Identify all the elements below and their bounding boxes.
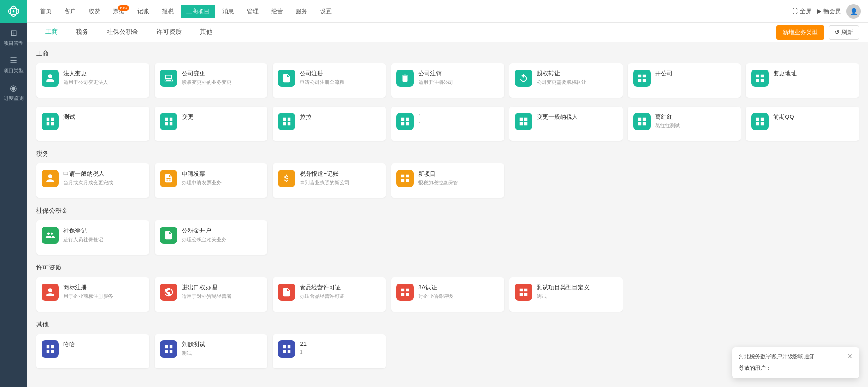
nav-service[interactable]: 服务 (290, 5, 313, 18)
card-tax-report-accounting[interactable]: 税务报道+记账 拿到营业执照的新公司 (273, 163, 386, 198)
card-icon-fund-open (160, 227, 177, 244)
svg-rect-44 (406, 289, 409, 291)
card-change-address[interactable]: 变更地址 (746, 63, 859, 98)
card-3a-cert[interactable]: 3A认证 对企业信誉评级 (391, 277, 504, 312)
card-title: 刘鹏测试 (182, 340, 262, 349)
svg-rect-31 (638, 118, 641, 121)
svg-rect-9 (756, 79, 759, 82)
tab-license[interactable]: 许可资质 (147, 23, 191, 42)
nav-manage[interactable]: 管理 (241, 5, 264, 18)
card-title: 变更一般纳税人 (537, 113, 617, 121)
card-desc: 适用于对外贸易经营者 (182, 293, 262, 300)
card-twenty-one[interactable]: 21 1 (273, 334, 386, 368)
card-change2[interactable]: 变更 (155, 107, 268, 141)
nav-tax[interactable]: 报税 (156, 5, 179, 18)
tab-tax[interactable]: 税务 (67, 23, 98, 42)
nav-message[interactable]: 消息 (217, 5, 240, 18)
card-icon-test-type (515, 284, 532, 301)
tabs-actions: 新增业务类型 ↺ 刷新 (776, 25, 859, 40)
card-title: 1 (418, 113, 499, 120)
card-lala[interactable]: 拉拉 (273, 107, 386, 141)
card-title: 公司注册 (300, 70, 380, 78)
nav-invoice[interactable]: 票据 new (108, 5, 130, 18)
fullscreen-button[interactable]: ⛶ 全屏 (792, 7, 811, 15)
svg-rect-50 (524, 293, 527, 296)
card-icon-legal-change (42, 70, 59, 87)
card-fund-open[interactable]: 公积金开户 办理公积金相关业务 (155, 220, 268, 255)
card-apply-general-tax[interactable]: 申请一般纳税人 当月或次月成变更完成 (36, 163, 149, 198)
card-icon-twenty-one (278, 340, 295, 358)
nav-customer[interactable]: 客户 (59, 5, 81, 18)
member-icon: ▶ (817, 8, 821, 14)
svg-rect-37 (756, 122, 759, 125)
card-title: 新项目 (418, 170, 499, 178)
svg-rect-60 (288, 345, 290, 348)
project-management-icon: ⊞ (10, 28, 17, 38)
user-avatar[interactable]: 👤 (846, 4, 861, 19)
card-test-type[interactable]: 测试项目类型目定义 测试 (509, 277, 623, 312)
nav-settings[interactable]: 设置 (315, 5, 337, 18)
notification-popup: 河北税务数字账户升级影响通知 ✕ 尊敬的用户： (732, 347, 859, 378)
nav-operation[interactable]: 经营 (266, 5, 288, 18)
card-title: 税务报道+记账 (300, 170, 380, 178)
new-type-button[interactable]: 新增业务类型 (776, 25, 824, 40)
svg-rect-24 (406, 118, 409, 121)
card-food-license[interactable]: 食品经营许可证 办理食品经营许可证 (273, 277, 386, 312)
card-title: 申请一般纳税人 (63, 170, 144, 178)
sidebar-logo[interactable] (0, 0, 27, 23)
svg-rect-29 (520, 122, 523, 125)
svg-rect-33 (638, 122, 641, 125)
card-title: 拉拉 (300, 113, 380, 121)
card-one[interactable]: 1 1 (391, 107, 504, 141)
main-content: 工商 法人变更 适用于公司变更法人 公司变更 (27, 42, 868, 387)
nav-industry[interactable]: 工商项目 (181, 5, 215, 18)
nav-home[interactable]: 首页 (34, 5, 57, 18)
tab-other[interactable]: 其他 (191, 23, 222, 42)
refresh-icon: ↺ (835, 29, 840, 36)
refresh-button[interactable]: ↺ 刷新 (829, 25, 859, 40)
card-test[interactable]: 测试 (36, 107, 149, 141)
section-title-license: 许可资质 (36, 264, 859, 272)
card-equity-transfer[interactable]: 股权转让 公司变更需要股权转让 (509, 63, 623, 98)
tab-social-insurance[interactable]: 社保公积金 (98, 23, 147, 42)
card-legal-change[interactable]: 法人变更 适用于公司变更法人 (36, 63, 149, 98)
card-qianqi-qq[interactable]: 前期QQ (746, 107, 859, 141)
card-title: 葛红红 (655, 113, 736, 121)
sidebar-item-progress-monitor[interactable]: ◉ 进度监测 (0, 78, 27, 105)
card-company-register[interactable]: 公司注册 申请公司注册全流程 (273, 63, 386, 98)
card-desc: 拿到营业执照的新公司 (300, 179, 380, 186)
industry-cards-row2: 测试 变更 (36, 107, 859, 141)
card-title: 食品经营许可证 (300, 284, 380, 292)
card-change-general[interactable]: 变更一般纳税人 (509, 107, 623, 141)
card-icon-qianqi-qq (751, 113, 769, 130)
card-social-register[interactable]: 社保登记 进行人员社保登记 (36, 220, 149, 255)
svg-rect-34 (642, 122, 645, 125)
card-new-project[interactable]: 新项目 报税加税控盘保管 (391, 163, 504, 198)
card-company-cancel[interactable]: 公司注销 适用于注销公司 (391, 63, 504, 98)
card-gehonghong[interactable]: 葛红红 葛红红测试 (628, 107, 741, 141)
card-trademark[interactable]: 商标注册 用于企业商标注册服务 (36, 277, 149, 312)
sidebar-item-project-management[interactable]: ⊞ 项目管理 (0, 23, 27, 50)
card-open-company[interactable]: 开公司 (628, 63, 741, 98)
card-haha[interactable]: 哈哈 (36, 334, 149, 368)
card-icon-new-project (396, 170, 414, 187)
notification-title: 河北税务数字账户升级影响通知 (739, 353, 815, 360)
card-desc: 测试 (537, 293, 617, 300)
sidebar-item-project-type[interactable]: ☰ 项目类型 (0, 50, 27, 78)
member-button[interactable]: ▶ 畅会员 (817, 7, 841, 15)
notification-close-button[interactable]: ✕ (847, 353, 853, 360)
industry-cards-row1: 法人变更 适用于公司变更法人 公司变更 股权变更外的业务变更 (36, 63, 859, 98)
tab-industry[interactable]: 工商 (36, 23, 67, 42)
card-desc: 对企业信誉评级 (418, 293, 499, 300)
card-liupeng-test[interactable]: 刘鹏测试 测试 (155, 334, 268, 368)
sidebar: ⊞ 项目管理 ☰ 项目类型 ◉ 进度监测 (0, 0, 27, 387)
nav-billing[interactable]: 收费 (83, 5, 106, 18)
card-apply-invoice[interactable]: 申请发票 办理申请发票业务 (155, 163, 268, 198)
card-company-change[interactable]: 公司变更 股权变更外的业务变更 (155, 63, 268, 98)
card-import-export[interactable]: 进出口权办理 适用于对外贸易经营者 (155, 277, 268, 312)
social-cards: 社保登记 进行人员社保登记 公积金开户 办理公积金相关业务 (36, 220, 859, 255)
nav-accounting[interactable]: 记账 (132, 5, 155, 18)
card-desc: 办理食品经营许可证 (300, 293, 380, 300)
card-icon-food-license (278, 284, 295, 301)
topnav-right: ⛶ 全屏 ▶ 畅会员 👤 (792, 4, 861, 19)
